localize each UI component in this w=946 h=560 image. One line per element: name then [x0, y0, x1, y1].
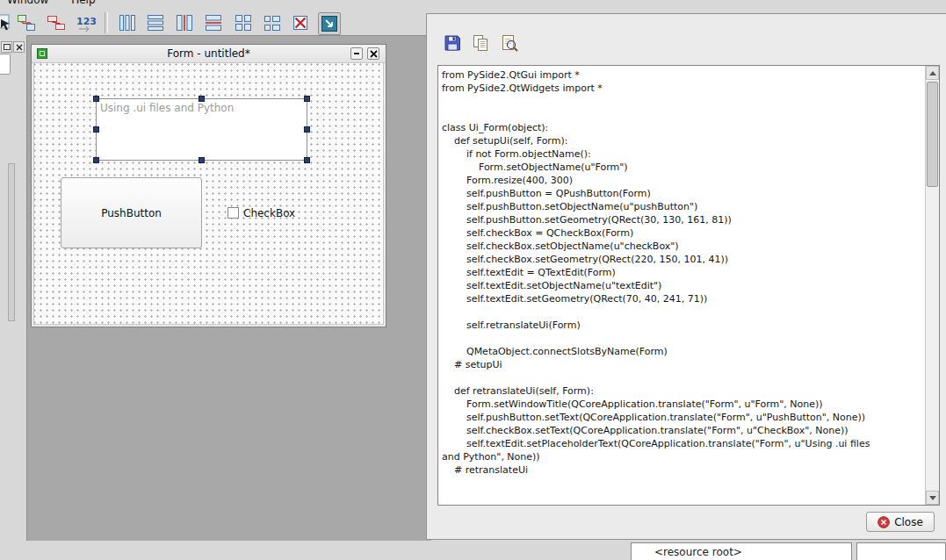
- pushbutton-widget[interactable]: PushButton: [61, 177, 202, 248]
- minimize-icon: [354, 53, 359, 54]
- minimize-button[interactable]: [350, 47, 363, 60]
- resize-handle[interactable]: [199, 157, 205, 163]
- menu-help[interactable]: Help: [71, 0, 95, 6]
- scroll-up-button[interactable]: [926, 66, 939, 80]
- toolbar: 123: [0, 11, 422, 37]
- arrow-up-icon: [929, 71, 936, 75]
- form-editor-window: Form - untitled* Using .ui files and Pyt…: [31, 44, 386, 327]
- break-layout-icon[interactable]: [290, 12, 311, 33]
- form-canvas[interactable]: Using .ui files and Python PushButton Ch…: [33, 62, 384, 325]
- dock-float-button[interactable]: [1, 41, 12, 53]
- close-icon: [16, 44, 23, 51]
- scroll-down-button[interactable]: [926, 491, 939, 505]
- close-icon: [370, 50, 378, 58]
- float-icon: [4, 44, 11, 50]
- edit-buddies-icon[interactable]: [46, 12, 67, 33]
- find-icon[interactable]: [500, 33, 519, 53]
- form-file-icon: [37, 48, 47, 59]
- textedit-placeholder: Using .ui files and Python: [100, 102, 234, 114]
- widgetbox-filter-input[interactable]: [0, 54, 11, 75]
- close-circle-icon: [877, 516, 890, 528]
- code-preview-dialog: from PySide2.QtGui import * from PySide2…: [426, 13, 946, 540]
- resize-handle[interactable]: [93, 96, 99, 102]
- resize-handle[interactable]: [304, 126, 310, 133]
- vertical-scrollbar[interactable]: [925, 66, 939, 505]
- code-view[interactable]: from PySide2.QtGui import * from PySide2…: [437, 65, 940, 506]
- layout-vertical-splitter-icon[interactable]: [203, 12, 224, 33]
- resource-root-item[interactable]: <resource root>: [631, 542, 852, 560]
- layout-horizontal-splitter-icon[interactable]: [174, 12, 195, 33]
- copy-icon[interactable]: [471, 33, 490, 53]
- dialog-close-button[interactable]: Close: [866, 512, 935, 532]
- layout-form-icon[interactable]: [262, 12, 283, 33]
- close-button-label: Close: [894, 516, 923, 528]
- code-text: from PySide2.QtGui import * from PySide2…: [438, 66, 939, 478]
- resource-panel-fragment: [856, 542, 946, 560]
- layout-horizontally-icon[interactable]: [117, 12, 138, 33]
- resize-handle[interactable]: [304, 96, 310, 102]
- widgetbox-scrollbar[interactable]: [8, 163, 15, 321]
- svg-text:123: 123: [76, 16, 96, 27]
- close-button[interactable]: [367, 47, 379, 60]
- adjust-size-icon[interactable]: [318, 12, 341, 35]
- dock-close-button[interactable]: [13, 41, 25, 53]
- scrollbar-thumb[interactable]: [927, 82, 938, 187]
- checkbox-label: CheckBox: [243, 207, 295, 219]
- resize-handle[interactable]: [93, 126, 99, 133]
- checkbox-indicator[interactable]: [227, 207, 239, 219]
- form-window-title: Form - untitled*: [32, 47, 386, 60]
- resize-handle[interactable]: [93, 157, 99, 163]
- arrow-down-icon: [929, 496, 936, 500]
- qt-designer-screen: Window Help 123: [0, 0, 946, 560]
- menu-bar: Window Help: [7, 0, 115, 6]
- layout-grid-icon[interactable]: [233, 12, 254, 33]
- resource-root-label: <resource root>: [654, 546, 742, 558]
- layout-vertically-icon[interactable]: [145, 12, 166, 33]
- toolbar-separator: [105, 12, 108, 33]
- edit-signals-slots-icon[interactable]: [16, 12, 37, 33]
- resize-handle[interactable]: [199, 96, 205, 102]
- form-window-titlebar[interactable]: Form - untitled*: [32, 45, 386, 63]
- edit-tab-order-icon[interactable]: 123: [75, 12, 96, 33]
- save-icon[interactable]: [443, 33, 462, 53]
- edit-widgets-icon[interactable]: [0, 12, 14, 33]
- resize-handle[interactable]: [304, 157, 310, 163]
- checkbox-widget[interactable]: CheckBox: [227, 195, 316, 231]
- textedit-widget[interactable]: Using .ui files and Python: [96, 98, 307, 161]
- menu-window[interactable]: Window: [7, 0, 48, 6]
